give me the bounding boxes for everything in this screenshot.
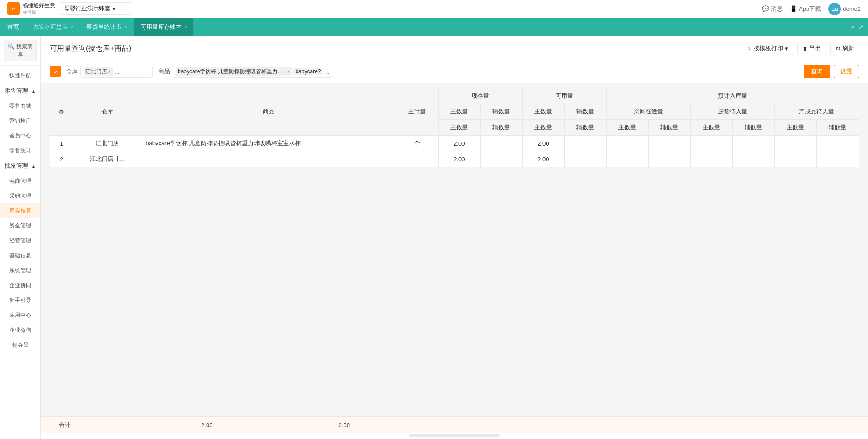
sidebar-item-new-guide[interactable]: 新手引导 — [0, 293, 40, 308]
avatar: Ea — [828, 3, 841, 15]
sidebar-item-enterprise-wechat[interactable]: 企业微信 — [0, 323, 40, 338]
col-header-stock-group: 现存量 — [438, 88, 522, 104]
industry-select[interactable]: 母婴行业演示账套 ▾ — [60, 2, 132, 15]
col-header-production-aux: 辅数量 — [816, 120, 859, 136]
template-print-button[interactable]: 🖨 按模板打印 ▾ — [741, 42, 793, 55]
nav-tabs-bar: 首页 收发存汇总表 × 要货单统计表 × 可用量库存账本 × × ⤢ — [0, 18, 868, 36]
sidebar-item-app-center[interactable]: 应用中心 — [0, 308, 40, 323]
sidebar-search-area: 🔍 搜索菜单 — [0, 36, 40, 66]
sidebar-item-zero-shop[interactable]: 零售商城 — [0, 99, 40, 113]
tab-available-inventory[interactable]: 可用量库存账本 × — [134, 18, 194, 36]
export-icon: ⬆ — [802, 45, 807, 52]
close-all-tabs-button[interactable]: × — [851, 24, 854, 31]
product-filter: 商品 babycare学饮杯 儿童防摔防撞吸管杯重力球吸嘴杯宝宝水杯 × bab… — [158, 66, 332, 78]
user-profile[interactable]: Ea demo2 — [828, 3, 861, 15]
home-label: 首页 — [7, 23, 19, 31]
refresh-button[interactable]: ↻ 刷新 — [830, 42, 859, 55]
sidebar-item-member[interactable]: 会员中心 — [0, 128, 40, 143]
sidebar-item-zero-stat[interactable]: 零售统计 — [0, 143, 40, 158]
warehouse-tags-input[interactable]: 江北门店 × ... — [80, 66, 153, 78]
sidebar-item-batch-mgmt[interactable]: 批发管理 ▲ — [0, 158, 40, 174]
col-header-settings[interactable]: ⚙ — [50, 88, 73, 136]
sidebar-item-quick-nav[interactable]: 快捷导航 — [0, 68, 40, 83]
search-menu-button[interactable]: 🔍 搜索菜单 — [4, 40, 37, 61]
col-header-incoming-main: 主数量 — [690, 120, 732, 136]
settings-button[interactable]: 设置 — [834, 65, 859, 78]
cell-unit: 个 — [396, 136, 438, 151]
tab-close-icon[interactable]: × — [71, 24, 73, 30]
warehouse-tag: 江北门店 × — [84, 67, 113, 76]
tab-purchase-order[interactable]: 要货单统计表 × — [80, 18, 134, 36]
data-table: ⚙ 仓库 商品 主计量 现存量 可用量 预计入库量 主数量 辅数量 主数量 辅数… — [50, 88, 859, 167]
sidebar: 🔍 搜索菜单 快捷导航 零售管理 ▲ 零售商城 营销推广 会员中心 零售统计 — [0, 36, 41, 439]
cell-production-aux — [816, 136, 859, 151]
col-header-stock-main-2: 主数量 — [438, 120, 480, 136]
print-icon: 🖨 — [746, 45, 752, 52]
footer-cells: 2.00 2.00 — [104, 422, 859, 429]
refresh-icon: ↻ — [835, 45, 840, 52]
cell-product — [141, 151, 396, 167]
col-header-product: 商品 — [141, 88, 396, 136]
col-header-stock-aux-2: 辅数量 — [480, 120, 522, 136]
logo-text-block: 畅捷通好生意 标准版 — [23, 2, 55, 15]
sidebar-item-ops-mgmt[interactable]: 经营管理 — [0, 233, 40, 248]
chevron-down-icon: ▾ — [785, 45, 788, 52]
col-header-incoming-group: 进货待入量 — [690, 104, 774, 120]
col-header-available-group: 可用量 — [522, 88, 606, 104]
product-tags-input[interactable]: babycare学饮杯 儿童防摔防撞吸管杯重力球吸嘴杯宝宝水杯 × babyca… — [173, 66, 332, 78]
col-header-production-group: 产成品待入量 — [774, 104, 859, 120]
cell-stock-aux — [480, 136, 522, 151]
tab-receivables[interactable]: 收发存汇总表 × — [26, 18, 80, 36]
filter-area: » 仓库 江北门店 × ... 商品 babycare学饮杯 儿童防摔防撞吸管杯… — [41, 60, 868, 83]
sidebar-item-inventory-check[interactable]: 库存核算 — [0, 203, 40, 218]
cell-stock-aux — [480, 151, 522, 167]
horizontal-scrollbar[interactable] — [409, 434, 500, 437]
sidebar-item-marketing[interactable]: 营销推广 — [0, 113, 40, 128]
col-header-available-main: 主数量 — [522, 104, 564, 120]
maximize-button[interactable]: ⤢ — [858, 24, 863, 31]
col-header-incoming-aux: 辅数量 — [732, 120, 774, 136]
industry-select-value: 母婴行业演示账套 — [64, 5, 111, 13]
sidebar-item-vip-member[interactable]: 畅会员 — [0, 338, 40, 353]
col-header-stock-main: 主数量 — [438, 104, 480, 120]
filter-expand-button[interactable]: » — [50, 66, 61, 77]
logo-text: 畅捷通好生意 — [23, 2, 55, 9]
message-button[interactable]: 💬 消息 — [762, 5, 783, 13]
product-label: 商品 — [158, 67, 170, 76]
sidebar-item-zero-sales[interactable]: 零售管理 ▲ — [0, 83, 40, 99]
message-icon: 💬 — [762, 5, 769, 12]
sidebar-item-purchase-mgmt[interactable]: 采购管理 — [0, 189, 40, 203]
sidebar-item-finance-mgmt[interactable]: 资金管理 — [0, 218, 40, 233]
table-row: 1 江北门店 babycare学饮杯 儿童防摔防撞吸管杯重力球吸嘴杯宝宝水杯 个… — [50, 136, 859, 151]
cell-purchase-main — [606, 151, 648, 167]
product-tag-1: babycare? — [293, 68, 322, 75]
warehouse-dots[interactable]: ... — [114, 68, 119, 75]
cell-avail-main: 2.00 — [522, 136, 564, 151]
cell-unit — [396, 151, 438, 167]
cell-incoming-aux — [732, 136, 774, 151]
tab-close-icon[interactable]: × — [184, 24, 187, 30]
col-header-avail-aux-2: 辅数量 — [564, 120, 606, 136]
user-name: demo2 — [843, 5, 861, 12]
cell-warehouse: 江北门店 — [73, 136, 141, 151]
export-button[interactable]: ⬆ 导出 — [797, 42, 826, 55]
tab-close-icon[interactable]: × — [124, 24, 127, 30]
tab-home[interactable]: 首页 — [0, 18, 26, 36]
product-tag-close-0[interactable]: × — [287, 69, 290, 74]
download-button[interactable]: 📱 App下载 — [790, 5, 821, 13]
query-button[interactable]: 查询 — [804, 65, 830, 78]
sidebar-item-ecom-mgmt[interactable]: 电商管理 — [0, 174, 40, 189]
warehouse-tag-close[interactable]: × — [108, 69, 111, 74]
product-dots[interactable]: ... — [324, 68, 329, 75]
logo-sub: 标准版 — [23, 9, 55, 15]
table-row: 2 江北门店【... 2.00 2.00 — [50, 151, 859, 167]
top-bar-left: 好 畅捷通好生意 标准版 母婴行业演示账套 ▾ — [7, 2, 132, 15]
footer-label: 合计 — [50, 421, 104, 429]
sidebar-item-sys-mgmt[interactable]: 系统管理 — [0, 263, 40, 278]
product-tag-0: babycare学饮杯 儿童防摔防撞吸管杯重力球吸嘴杯宝宝水杯 × — [176, 67, 292, 76]
cell-purchase-aux — [648, 151, 690, 167]
sidebar-item-enterprise[interactable]: 企业协同 — [0, 278, 40, 293]
filter-actions: 查询 设置 — [804, 65, 859, 78]
top-bar: 好 畅捷通好生意 标准版 母婴行业演示账套 ▾ 💬 消息 📱 App下载 Ea … — [0, 0, 868, 18]
sidebar-item-basic-info[interactable]: 基础信息 — [0, 248, 40, 263]
